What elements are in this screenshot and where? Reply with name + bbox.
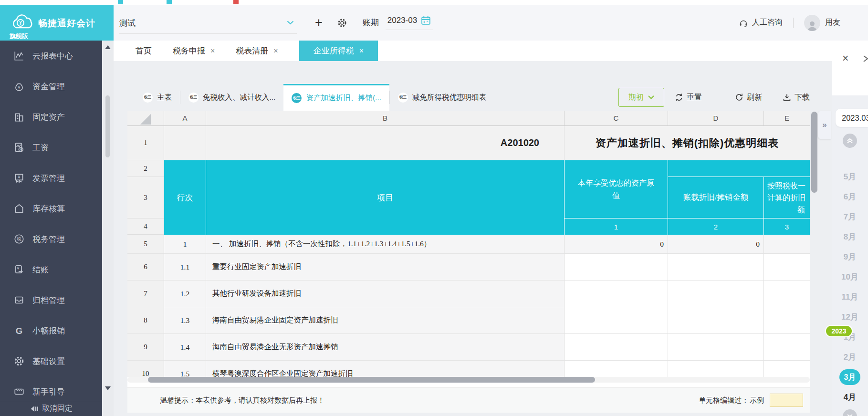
chevron-right-icon[interactable]	[862, 55, 868, 64]
column-header-a[interactable]: A	[164, 111, 206, 126]
month-dec[interactable]: 12月	[832, 307, 868, 327]
period-picker[interactable]: 2023-03	[386, 15, 433, 30]
scroll-months-up-button[interactable]	[843, 134, 857, 148]
expand-panel-button[interactable]: »	[818, 111, 831, 139]
cell-a1[interactable]	[164, 126, 206, 160]
reset-cycle-icon	[675, 93, 683, 102]
month-feb[interactable]: 2月	[832, 347, 868, 367]
select-all-corner[interactable]	[127, 111, 164, 126]
sidebar-item-funds[interactable]: ¥ 资金管理	[0, 71, 102, 102]
warehouse-icon	[13, 203, 25, 214]
cell-value[interactable]	[764, 281, 810, 307]
settings-gear-icon[interactable]	[337, 18, 347, 28]
refresh-button[interactable]: 刷新	[735, 88, 762, 107]
account-selector[interactable]: 测试	[119, 12, 297, 34]
cell-value[interactable]	[764, 307, 810, 334]
unpin-sidebar-button[interactable]: 取消固定	[0, 401, 102, 416]
user-name[interactable]: 用友	[825, 18, 840, 28]
cell-value[interactable]	[565, 281, 668, 307]
app-logo[interactable]: ¥ 畅捷通好会计 旗舰版	[0, 5, 114, 41]
support-link[interactable]: 人工咨询	[739, 18, 783, 28]
row-number[interactable]: 5	[127, 235, 164, 254]
sidebar-item-guide-clipped[interactable]: 新手引导	[0, 376, 102, 401]
close-icon[interactable]: ×	[842, 53, 848, 64]
column-header-c[interactable]: C	[565, 111, 668, 126]
close-icon[interactable]: ×	[273, 47, 278, 55]
cell-value[interactable]: 0	[668, 235, 764, 254]
cell-value[interactable]: 0	[565, 235, 668, 254]
cell-value[interactable]	[668, 281, 764, 307]
header-index-3: 3	[764, 218, 810, 235]
row-number[interactable]: 6	[127, 254, 164, 281]
row-number[interactable]: 3	[127, 177, 164, 218]
add-account-button[interactable]: +	[315, 16, 323, 29]
month-oct[interactable]: 10月	[832, 267, 868, 287]
reset-button[interactable]: 重置	[675, 88, 702, 107]
horizontal-scroll-thumb[interactable]	[148, 377, 595, 383]
row-number[interactable]: 4	[127, 218, 164, 235]
tab-corporate-income-tax[interactable]: 企业所得税 ×	[299, 41, 378, 61]
cell-value[interactable]	[565, 307, 668, 334]
sidebar-item-tax[interactable]: 税 税务管理	[0, 224, 102, 254]
subtab-accelerated-depreciation[interactable]: 税三 资产加速折旧、摊销(...	[283, 84, 389, 111]
sidebar-item-salary[interactable]: ¥ 工资	[0, 132, 102, 163]
cell-value[interactable]	[764, 235, 810, 254]
sidebar-item-fixed-assets[interactable]: 固定资产	[0, 102, 102, 132]
month-jul[interactable]: 7月	[832, 207, 868, 227]
reset-label: 重置	[687, 93, 702, 103]
month-sep[interactable]: 9月	[832, 247, 868, 267]
tab-tax-filing[interactable]: 税务申报 ×	[173, 41, 215, 61]
download-button[interactable]: 下载	[783, 88, 810, 107]
avatar[interactable]	[804, 15, 820, 31]
cell-value[interactable]	[565, 361, 668, 377]
sidebar-item-reimburse[interactable]: G 小畅报销	[0, 315, 102, 346]
column-header-e[interactable]: E	[764, 111, 810, 126]
cell-value[interactable]	[668, 254, 764, 281]
subtab-exempt-income[interactable]: 税三 免税收入、减计收入...	[180, 84, 283, 111]
cell-value[interactable]	[668, 307, 764, 334]
subtab-label: 主表	[157, 93, 172, 103]
scroll-up-arrow[interactable]	[105, 45, 111, 49]
vertical-scroll-thumb[interactable]	[811, 112, 817, 193]
opening-period-button[interactable]: 期初	[618, 88, 664, 107]
row-number[interactable]: 7	[127, 281, 164, 307]
sidebar-item-cloud-reports[interactable]: 云报表中心	[0, 41, 102, 71]
cell-value[interactable]	[668, 334, 764, 361]
month-apr[interactable]: 4月	[832, 387, 868, 407]
scroll-down-arrow[interactable]	[105, 386, 111, 390]
cell-value[interactable]	[764, 334, 810, 361]
row-number[interactable]: 2	[127, 160, 164, 177]
row-number[interactable]: 8	[127, 307, 164, 334]
row-number[interactable]: 9	[127, 334, 164, 361]
month-jun[interactable]: 6月	[832, 187, 868, 207]
row-number[interactable]: 10	[127, 361, 164, 377]
close-icon[interactable]: ×	[210, 47, 215, 55]
column-header-b[interactable]: B	[206, 111, 565, 126]
cell-value[interactable]	[565, 334, 668, 361]
subtab-tax-reduction[interactable]: 税三 减免所得税优惠明细表	[390, 84, 494, 111]
sidebar-scroll-thumb[interactable]	[105, 95, 110, 157]
sidebar-item-closing[interactable]: ¥ 结账	[0, 254, 102, 285]
column-header-d[interactable]: D	[668, 111, 764, 126]
subtab-main-table[interactable]: 税三 主表	[135, 84, 180, 111]
tax-form-icon: 税三	[292, 93, 302, 103]
row-number[interactable]: 1	[127, 126, 164, 160]
tab-tax-register[interactable]: 税表清册 ×	[236, 41, 278, 61]
sidebar-item-invoices[interactable]: ¥ 发票管理	[0, 163, 102, 193]
close-icon[interactable]: ×	[359, 47, 364, 55]
cell-value[interactable]	[764, 254, 810, 281]
cell-value[interactable]	[668, 361, 764, 377]
form-code[interactable]: A201020	[206, 126, 565, 160]
tab-home[interactable]: 首页	[136, 41, 152, 61]
current-period-pill[interactable]: 2023.03	[836, 109, 868, 127]
sidebar-item-archive[interactable]: 归档管理	[0, 285, 102, 315]
month-mar-active[interactable]: 3月	[832, 367, 868, 387]
sidebar-item-inventory[interactable]: 库存核算	[0, 193, 102, 224]
month-may[interactable]: 5月	[832, 167, 868, 187]
month-aug[interactable]: 8月	[832, 227, 868, 247]
cell-value[interactable]	[565, 254, 668, 281]
cell-value[interactable]	[764, 361, 810, 377]
month-nov[interactable]: 11月	[832, 287, 868, 307]
sidebar-item-settings[interactable]: 基础设置	[0, 346, 102, 376]
tax-coin-icon: 税	[13, 233, 25, 245]
